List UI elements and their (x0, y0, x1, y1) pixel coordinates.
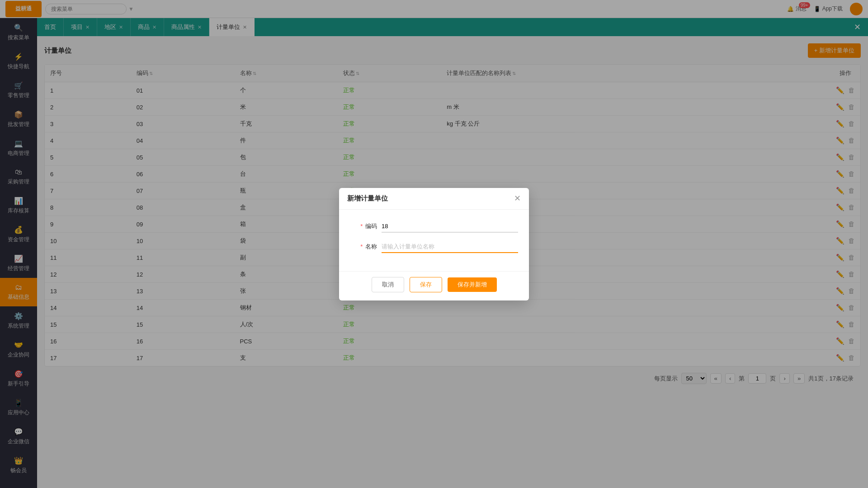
name-input[interactable] (382, 241, 518, 253)
form-row-code: * 编码 (350, 221, 518, 233)
required-mark-name: * (360, 243, 363, 250)
name-label: * 名称 (350, 243, 377, 251)
code-label: * 编码 (350, 222, 377, 230)
modal-close-button[interactable]: ✕ (514, 194, 521, 202)
modal-footer: 取消 保存 保存并新增 (339, 271, 529, 300)
modal-overlay[interactable]: 新增计量单位 ✕ * 编码 * 名称 取消 保存 保存并新增 (0, 0, 868, 488)
required-mark-code: * (360, 223, 363, 230)
save-and-new-button[interactable]: 保存并新增 (448, 277, 497, 292)
modal-add-unit: 新增计量单位 ✕ * 编码 * 名称 取消 保存 保存并新增 (339, 188, 529, 300)
modal-title: 新增计量单位 (347, 194, 388, 203)
modal-body: * 编码 * 名称 (339, 210, 529, 268)
save-button[interactable]: 保存 (410, 277, 442, 292)
form-row-name: * 名称 (350, 241, 518, 253)
code-input[interactable] (382, 221, 518, 233)
modal-header: 新增计量单位 ✕ (339, 188, 529, 210)
cancel-button[interactable]: 取消 (372, 277, 404, 292)
